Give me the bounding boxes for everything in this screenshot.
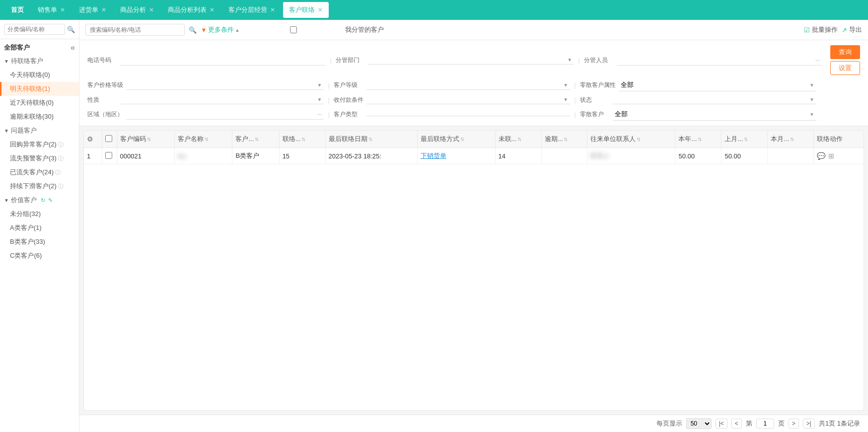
manager-dots[interactable]: ···: [815, 57, 820, 64]
status-select[interactable]: ▼: [613, 95, 816, 104]
th-code[interactable]: 客户编码 ⇅: [117, 131, 174, 148]
region-dots[interactable]: ···: [317, 111, 322, 118]
manager-select[interactable]: ···: [617, 55, 822, 66]
status-chevron: ▼: [809, 97, 814, 102]
filter-row-3: 性质 ▼ | 收付款条件 ▼ | 状态: [87, 95, 860, 104]
sidebar-item-week7[interactable]: 近7天待联络(0): [0, 96, 79, 110]
sidebar-item-continuous-decline[interactable]: 持续下滑客户(2) ⓘ: [0, 179, 79, 193]
phone-input[interactable]: [120, 55, 326, 66]
nav-item-purchase[interactable]: 进货单 ✕: [73, 2, 112, 18]
th-contact-label: 联络...: [283, 135, 301, 144]
advanced-filter-panel: 电话号码 | 分管部门 ▼ | 分管人员 ···: [79, 40, 868, 126]
table-gear-icon[interactable]: ⚙: [87, 135, 93, 143]
row-last-contact-method[interactable]: 下销货单: [421, 152, 446, 159]
nav-item-customer-contact[interactable]: 客户联络 ✕: [283, 2, 329, 18]
sidebar-item-tomorrow[interactable]: 明天待联络(1): [0, 82, 79, 96]
nav-close-goods-analysis-list[interactable]: ✕: [210, 6, 215, 13]
department-select[interactable]: ▼: [368, 56, 574, 65]
sidebar-collapse-icon[interactable]: «: [71, 43, 75, 52]
sidebar-group-problem[interactable]: ▼ 问题客户: [0, 124, 79, 138]
sidebar-group-pending-contact[interactable]: ▼ 待联络客户: [0, 54, 79, 68]
action-comment-icon[interactable]: 💬: [817, 152, 825, 160]
sidebar-item-overdue[interactable]: 逾期未联络(30): [0, 110, 79, 124]
filter-field-manager: 分管人员 ···: [584, 55, 822, 66]
last-page-button[interactable]: >|: [803, 419, 815, 429]
customer-type-label: 客户类型: [334, 110, 363, 119]
th-uncontacted[interactable]: 未联... ⇅: [495, 131, 541, 148]
sort-icon-uncontacted: ⇅: [517, 137, 521, 142]
query-button[interactable]: 查询: [830, 45, 860, 59]
th-this-month[interactable]: 本月... ⇅: [768, 131, 814, 148]
filter-actions: 查询 设置: [830, 45, 860, 75]
sidebar-search-icon[interactable]: 🔍: [67, 26, 75, 33]
sort-icon-unit-contact: ⇅: [637, 137, 641, 142]
region-select[interactable]: ···: [126, 109, 324, 120]
th-contact[interactable]: 联络... ⇅: [279, 131, 325, 148]
phone-label: 电话号码: [87, 56, 117, 65]
nav-item-sales[interactable]: 销售单 ✕: [32, 2, 71, 18]
first-page-button[interactable]: |<: [716, 419, 727, 429]
main-layout: 🔍 全部客户 « ▼ 待联络客户 今天待联络(0) 明天待联络(1) 近7天待联…: [0, 20, 868, 432]
nav-item-goods-analysis[interactable]: 商品分析 ✕: [114, 2, 160, 18]
customer-price-select[interactable]: ▼: [126, 81, 324, 90]
sidebar-item-b-class[interactable]: B类客户(33): [0, 235, 79, 249]
gender-select[interactable]: ▼: [120, 95, 324, 104]
search-input[interactable]: [85, 24, 185, 36]
sidebar-item-lost-risk[interactable]: 流失预警客户(3) ⓘ: [0, 151, 79, 165]
export-button[interactable]: ↗ 导出: [842, 25, 862, 34]
lost-risk-label: 流失预警客户(3): [10, 154, 57, 162]
sidebar-item-repurchase-abnormal[interactable]: 回购异常客户(2) ⓘ: [0, 138, 79, 151]
filter-search-icon[interactable]: 🔍: [189, 26, 197, 34]
more-conditions-button[interactable]: ▼ 更多条件 ▲: [201, 25, 240, 34]
nav-item-customer-tier[interactable]: 客户分层经营 ✕: [222, 2, 281, 18]
filter-field-status: 状态 ▼: [580, 95, 816, 104]
row-checkbox[interactable]: [105, 152, 112, 159]
sidebar-item-uncategorized[interactable]: 未分组(32): [0, 207, 79, 221]
sort-icon-name: ⇅: [205, 137, 209, 142]
row-customer-type: B类客户: [235, 152, 259, 159]
my-customers-check[interactable]: [244, 26, 343, 33]
per-page-select[interactable]: 50 100 200: [686, 418, 712, 429]
customer-type-select[interactable]: [366, 113, 570, 116]
page-input[interactable]: [756, 419, 774, 429]
sidebar-item-lost[interactable]: 已流失客户(24) ⓘ: [0, 165, 79, 179]
prev-page-button[interactable]: <: [731, 419, 742, 429]
nav-close-goods-analysis[interactable]: ✕: [149, 6, 154, 13]
th-last-contact-method[interactable]: 最后联络方式 ⇅: [417, 131, 495, 148]
th-overdue[interactable]: 逾期... ⇅: [541, 131, 587, 148]
sidebar-search-input[interactable]: [4, 24, 65, 35]
nav-close-customer-tier[interactable]: ✕: [270, 6, 275, 13]
th-unit-contact[interactable]: 往来单位联系人 ⇅: [587, 131, 675, 148]
sidebar-group-value[interactable]: ▼ 价值客户 ↻ ✎: [0, 193, 79, 207]
pagination: 每页显示 50 100 200 |< < 第 页 > >| 共1页 1条记录: [79, 415, 868, 432]
next-page-button[interactable]: >: [789, 419, 799, 429]
retail-attr-select[interactable]: 全部 ▼: [619, 79, 816, 91]
nav-close-customer-contact[interactable]: ✕: [318, 6, 323, 13]
th-name[interactable]: 客户名称 ⇅: [174, 131, 232, 148]
nav-home-label: 首页: [11, 5, 24, 14]
nav-item-home[interactable]: 首页: [5, 2, 30, 18]
retail-customer-select[interactable]: 全部 ▼: [613, 108, 816, 121]
th-this-year[interactable]: 本年... ⇅: [675, 131, 722, 148]
nav-close-sales[interactable]: ✕: [60, 6, 65, 13]
payment-select[interactable]: ▼: [366, 95, 570, 104]
th-customer-type[interactable]: 客户... ⇅: [232, 131, 279, 148]
action-more-icon[interactable]: ⊞: [828, 152, 834, 160]
select-all-checkbox[interactable]: [105, 135, 112, 142]
th-last-month[interactable]: 上月... ⇅: [722, 131, 768, 148]
nav-close-purchase[interactable]: ✕: [101, 6, 106, 13]
customer-level-select[interactable]: ▼: [366, 81, 570, 90]
sidebar-item-today[interactable]: 今天待联络(0): [0, 68, 79, 82]
set-button[interactable]: 设置: [830, 61, 860, 75]
my-customers-checkbox[interactable]: 我分管的客户: [244, 25, 384, 34]
repurchase-abnormal-label: 回购异常客户(2): [10, 141, 57, 148]
nav-item-goods-analysis-list[interactable]: 商品分析列表 ✕: [162, 2, 220, 18]
batch-operation-button[interactable]: ☑ 批量操作: [804, 25, 838, 34]
sidebar-item-a-class[interactable]: A类客户(1): [0, 221, 79, 235]
th-last-contact-date[interactable]: 最后联络日期 ⇅: [325, 131, 417, 148]
table-row: 1 000021 Ea B类客户: [84, 148, 864, 164]
batch-operation-label: 批量操作: [812, 25, 838, 34]
sidebar-item-c-class[interactable]: C类客户(6): [0, 249, 79, 263]
filter-field-customer-level: 客户等级 ▼: [334, 81, 570, 90]
uncategorized-label: 未分组(32): [10, 210, 41, 217]
